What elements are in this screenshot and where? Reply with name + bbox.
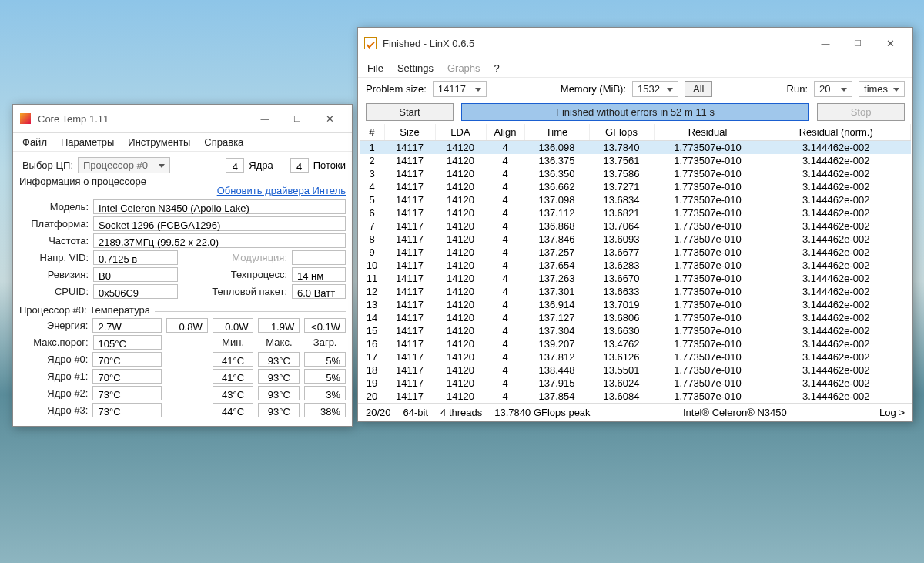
table-cell: 14117 — [384, 377, 435, 390]
table-row[interactable]: 114117141204136.09813.78401.773507e-0103… — [360, 141, 911, 155]
table-row[interactable]: 1414117141204137.12713.68061.773507e-010… — [360, 311, 911, 324]
table-cell: 4 — [486, 324, 524, 337]
linx-footer: 20/20 64-bit 4 threads 13.7840 GFlops pe… — [358, 403, 912, 421]
update-drivers-link[interactable]: Обновить драйвера Интель — [217, 185, 346, 196]
table-row[interactable]: 1014117141204137.65413.62831.773507e-010… — [360, 259, 911, 272]
table-cell: 17 — [360, 350, 384, 364]
start-button[interactable]: Start — [366, 103, 454, 121]
menu-help[interactable]: Справка — [204, 136, 243, 148]
problem-size-combo[interactable]: 14117 — [433, 81, 487, 97]
coretemp-window: Core Temp 1.11 Файл Параметры Инструмент… — [12, 104, 353, 427]
menu-settings[interactable]: Settings — [397, 62, 434, 74]
table-row[interactable]: 914117141204137.25713.66771.773507e-0103… — [360, 246, 911, 259]
table-header[interactable]: Size — [384, 124, 435, 141]
table-row[interactable]: 214117141204136.37513.75611.773507e-0103… — [360, 154, 911, 167]
maximize-button[interactable] — [281, 109, 313, 128]
menu-params[interactable]: Параметры — [61, 136, 114, 148]
table-row[interactable]: 1714117141204137.81213.61261.773507e-010… — [360, 350, 911, 364]
table-row[interactable]: 314117141204136.35013.75861.773507e-0103… — [360, 167, 911, 180]
table-cell: 1.773507e-010 — [654, 377, 762, 390]
table-cell: 11 — [360, 272, 384, 285]
menu-help[interactable]: ? — [494, 62, 500, 74]
minimize-button[interactable] — [809, 34, 842, 52]
energy-label: Энергия: — [19, 320, 88, 331]
table-header[interactable]: LDA — [435, 124, 486, 141]
table-cell: 1.773507e-010 — [654, 298, 762, 311]
table-cell: 3.144462e-002 — [762, 246, 911, 259]
coretemp-titlebar[interactable]: Core Temp 1.11 — [13, 105, 352, 133]
table-cell: 13.7586 — [589, 167, 654, 180]
table-cell: 137.263 — [524, 272, 589, 285]
all-button[interactable]: All — [685, 81, 712, 97]
core-name: Ядро #1: — [19, 370, 88, 382]
cpu-select-combo[interactable]: Процессор #0 — [78, 157, 170, 173]
table-row[interactable]: 1814117141204138.44813.55011.773507e-010… — [360, 364, 911, 377]
table-row[interactable]: 714117141204136.86813.70641.773507e-0103… — [360, 220, 911, 233]
table-cell: 14117 — [384, 390, 435, 403]
table-cell: 1.773507e-010 — [654, 220, 762, 233]
menu-graphs[interactable]: Graphs — [447, 62, 480, 74]
table-cell: 14120 — [435, 180, 486, 193]
table-row[interactable]: 2014117141204137.85413.60841.773507e-010… — [360, 390, 911, 403]
group-temp: Процессор #0: Температура — [19, 304, 155, 316]
footer-progress: 20/20 — [366, 407, 391, 418]
close-button[interactable] — [874, 34, 906, 52]
table-cell: 13.6093 — [589, 233, 654, 246]
table-row[interactable]: 414117141204136.66213.72711.773507e-0103… — [360, 180, 911, 193]
footer-log[interactable]: Log > — [879, 407, 905, 418]
table-cell: 12 — [360, 285, 384, 298]
table-cell: 1.773507e-010 — [654, 311, 762, 324]
table-header[interactable]: Residual (norm.) — [762, 124, 911, 141]
table-cell: 3.144462e-002 — [762, 272, 911, 285]
table-cell: 14120 — [435, 337, 486, 350]
minimize-button[interactable] — [249, 109, 281, 128]
stop-button[interactable]: Stop — [817, 103, 905, 121]
table-cell: 1.773507e-010 — [654, 285, 762, 298]
table-cell: 13.6633 — [589, 285, 654, 298]
table-cell: 14117 — [384, 206, 435, 220]
table-cell: 4 — [486, 246, 524, 259]
table-cell: 3.144462e-002 — [762, 364, 911, 377]
footer-arch: 64-bit — [403, 407, 429, 418]
table-cell: 14117 — [384, 180, 435, 193]
table-cell: 136.098 — [524, 141, 589, 155]
table-cell: 13.7271 — [589, 180, 654, 193]
table-cell: 14120 — [435, 206, 486, 220]
table-row[interactable]: 1214117141204137.30113.66331.773507e-010… — [360, 285, 911, 298]
table-header[interactable]: # — [360, 124, 384, 141]
table-header[interactable]: Time — [524, 124, 589, 141]
table-row[interactable]: 614117141204137.11213.68211.773507e-0103… — [360, 206, 911, 220]
linx-icon — [364, 37, 377, 49]
table-row[interactable]: 1514117141204137.30413.66301.773507e-010… — [360, 324, 911, 337]
menu-file[interactable]: File — [367, 62, 383, 74]
menu-file[interactable]: Файл — [22, 136, 47, 148]
table-header[interactable]: Residual — [654, 124, 762, 141]
table-row[interactable]: 1314117141204136.91413.70191.773507e-010… — [360, 298, 911, 311]
core-min: 43°C — [213, 386, 254, 400]
run-combo[interactable]: 20 — [814, 81, 852, 97]
cores-label: Ядра — [249, 159, 273, 171]
close-button[interactable] — [313, 109, 346, 128]
table-cell: 14117 — [384, 259, 435, 272]
table-row[interactable]: 1914117141204137.91513.60241.773507e-010… — [360, 377, 911, 390]
table-row[interactable]: 1614117141204139.20713.47621.773507e-010… — [360, 337, 911, 350]
maximize-button[interactable] — [842, 34, 874, 52]
table-cell: 137.915 — [524, 377, 589, 390]
table-cell: 4 — [486, 311, 524, 324]
table-header[interactable]: GFlops — [589, 124, 654, 141]
table-cell: 4 — [486, 390, 524, 403]
cores-count: 4 — [226, 158, 244, 173]
table-cell: 16 — [360, 337, 384, 350]
times-combo[interactable]: times — [859, 81, 905, 97]
table-row[interactable]: 1114117141204137.26313.66701.773507e-010… — [360, 272, 911, 285]
table-header[interactable]: Align — [486, 124, 524, 141]
memory-combo[interactable]: 1532 — [632, 81, 678, 97]
table-cell: 3.144462e-002 — [762, 233, 911, 246]
linx-titlebar[interactable]: Finished - LinX 0.6.5 — [358, 28, 912, 59]
table-row[interactable]: 814117141204137.84613.60931.773507e-0103… — [360, 233, 911, 246]
table-cell: 10 — [360, 259, 384, 272]
table-row[interactable]: 514117141204137.09813.68341.773507e-0103… — [360, 193, 911, 206]
table-cell: 13.6806 — [589, 311, 654, 324]
tech-value: 14 нм — [292, 267, 346, 282]
menu-tools[interactable]: Инструменты — [128, 136, 190, 148]
